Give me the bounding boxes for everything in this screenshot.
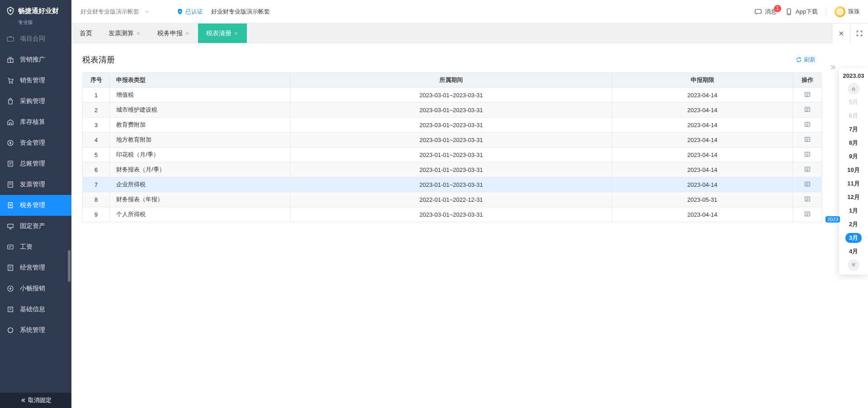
sidebar-item-inventory[interactable]: 库存核算: [0, 112, 71, 133]
view-report-icon[interactable]: [803, 180, 811, 188]
month-option[interactable]: 3月: [845, 233, 862, 243]
view-report-icon[interactable]: [803, 210, 811, 218]
cell-action: [793, 88, 822, 103]
sidebar-scrollbar[interactable]: [68, 250, 71, 282]
close-icon[interactable]: [233, 31, 239, 36]
col-deadline: 申报期限: [612, 73, 793, 88]
chevron-down-icon: [144, 9, 150, 15]
base-icon: [6, 305, 14, 313]
month-option[interactable]: 2月: [847, 219, 860, 229]
month-option[interactable]: 4月: [847, 247, 860, 256]
table-row[interactable]: 1增值税2023-03-01~2023-03-312023-04-14: [83, 88, 822, 103]
view-report-icon[interactable]: [803, 121, 811, 128]
sidebar-item-contract[interactable]: 项目合同: [0, 28, 71, 49]
tab-invoice-calc[interactable]: 发票测算: [100, 24, 149, 43]
col-type: 申报表类型: [110, 73, 291, 88]
calendar-prev-button[interactable]: [848, 83, 859, 95]
account-selector[interactable]: 好业财专业版演示帐套: [80, 8, 168, 16]
tax-table: 序号 申报表类型 所属期间 申报期限 操作 1增值税2023-03-01~202…: [82, 72, 822, 222]
table-row[interactable]: 4地方教育附加2023-03-01~2023-03-312023-04-14: [83, 133, 822, 147]
table-row[interactable]: 5印花税（月/季）2023-01-01~2023-03-312023-04-14: [83, 147, 822, 162]
cell-type: 教育费附加: [110, 118, 291, 133]
sidebar-item-label: 系统管理: [20, 326, 45, 334]
cell-type: 增值税: [110, 88, 291, 103]
month-option[interactable]: 12月: [845, 192, 861, 202]
briefcase-icon: [6, 35, 14, 43]
cell-action: [793, 118, 822, 133]
cell-deadline: 2023-04-14: [612, 177, 793, 192]
svg-rect-12: [8, 307, 13, 312]
refresh-button[interactable]: 刷新: [796, 56, 816, 64]
app-download-button[interactable]: App下载: [785, 8, 818, 16]
cell-index: 9: [83, 207, 110, 222]
cell-action: [793, 147, 822, 162]
tabstrip-fullscreen-button[interactable]: [850, 24, 868, 43]
expand-calendar-button[interactable]: [826, 43, 839, 408]
tax-icon: [6, 201, 14, 209]
divider: [826, 7, 826, 16]
brand-logo-icon: [5, 6, 15, 16]
cell-action: [793, 103, 822, 118]
table-row[interactable]: 7企业所得税2023-01-01~2023-03-312023-04-14: [83, 177, 822, 192]
sidebar-item-asset[interactable]: 固定资产: [0, 216, 71, 237]
tab-tax-register[interactable]: 税表清册: [198, 24, 247, 43]
month-option[interactable]: 11月: [845, 179, 861, 189]
warehouse-icon: [6, 118, 14, 126]
sidebar-item-purchase[interactable]: 采购管理: [0, 91, 71, 112]
month-option[interactable]: 7月: [847, 124, 860, 134]
sidebar-item-system[interactable]: 系统管理: [0, 320, 71, 341]
sidebar: 畅捷通好业财 专业版 项目合同 营销推广 销售管理 采购管理 库存核算 资金管理: [0, 0, 71, 408]
month-option[interactable]: 1月: [847, 206, 860, 216]
month-option[interactable]: 9月: [847, 152, 860, 161]
unpin-button[interactable]: 取消固定: [0, 393, 71, 408]
calendar-next-button[interactable]: [848, 259, 859, 271]
tab-tax-declare[interactable]: 税务申报: [149, 24, 198, 43]
verified-label: 已认证: [185, 8, 203, 16]
sidebar-item-salary[interactable]: 工资: [0, 237, 71, 257]
sidebar-item-label: 工资: [20, 243, 33, 251]
cell-type: 财务报表（月/季）: [110, 162, 291, 177]
table-row[interactable]: 9个人所得税2023-03-01~2023-03-312023-04-14: [83, 207, 822, 222]
month-option[interactable]: 6月: [847, 111, 860, 121]
sidebar-item-label: 小畅报销: [20, 285, 45, 293]
view-report-icon[interactable]: [803, 91, 811, 98]
sidebar-item-reimburse[interactable]: 小畅报销: [0, 278, 71, 299]
view-report-icon[interactable]: [803, 136, 811, 143]
sidebar-item-tax[interactable]: 税务管理: [0, 195, 71, 216]
svg-rect-1: [7, 37, 14, 41]
tab-label: 税务申报: [157, 29, 183, 38]
sidebar-item-marketing[interactable]: 营销推广: [0, 49, 71, 70]
asset-icon: [6, 222, 14, 230]
cell-deadline: 2023-04-14: [612, 147, 793, 162]
table-row[interactable]: 3教育费附加2023-03-01~2023-03-312023-04-14: [83, 118, 822, 133]
sidebar-item-invoice[interactable]: 发票管理: [0, 174, 71, 195]
table-row[interactable]: 6财务报表（月/季）2023-01-01~2023-03-312023-04-1…: [83, 162, 822, 177]
view-report-icon[interactable]: [803, 195, 811, 203]
month-option[interactable]: 8月: [847, 138, 860, 148]
cell-period: 2023-03-01~2023-03-31: [291, 118, 612, 133]
money-icon: [6, 139, 14, 147]
view-report-icon[interactable]: [803, 106, 811, 113]
sidebar-item-funds[interactable]: 资金管理: [0, 133, 71, 153]
view-report-icon[interactable]: [803, 151, 811, 158]
message-button[interactable]: 消息 1: [754, 8, 777, 16]
month-option[interactable]: 5月: [847, 97, 860, 107]
close-icon[interactable]: [184, 31, 190, 36]
table-row[interactable]: 2城市维护建设税2023-03-01~2023-03-312023-04-14: [83, 103, 822, 118]
view-report-icon[interactable]: [803, 166, 811, 173]
sidebar-item-ledger[interactable]: 总账管理: [0, 153, 71, 174]
cell-index: 7: [83, 177, 110, 192]
sidebar-item-sales[interactable]: 销售管理: [0, 70, 71, 91]
user-menu[interactable]: 珠珠: [835, 6, 860, 17]
close-icon[interactable]: [136, 31, 141, 36]
tab-home[interactable]: 首页: [71, 24, 100, 43]
topbar: 好业财专业版演示帐套 已认证 好业财专业版演示帐套 消息 1 App下载 珠珠: [71, 0, 868, 24]
tabstrip-close-button[interactable]: [832, 24, 850, 43]
table-row[interactable]: 8财务报表（年报）2022-01-01~2022-12-312023-05-31: [83, 192, 822, 207]
sidebar-item-base[interactable]: 基础信息: [0, 299, 71, 320]
month-option[interactable]: 10月: [845, 165, 861, 175]
cell-deadline: 2023-04-14: [612, 162, 793, 177]
sidebar-item-manage[interactable]: 经营管理: [0, 257, 71, 278]
cell-period: 2023-03-01~2023-03-31: [291, 133, 612, 147]
svg-rect-9: [8, 245, 13, 249]
